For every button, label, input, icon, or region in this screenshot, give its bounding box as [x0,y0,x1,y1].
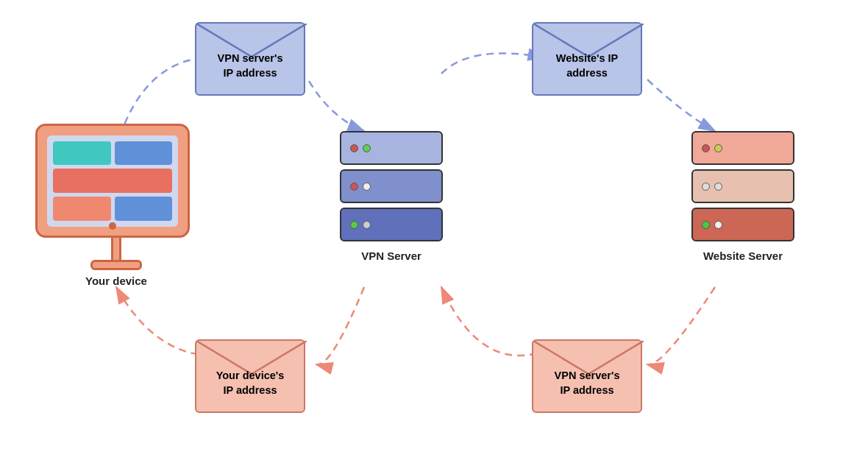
web-dot-white-3 [714,221,722,229]
monitor-screen [47,135,178,227]
vpn-dot-green-3 [350,221,358,229]
screen-tile-3 [53,197,111,221]
vpn-dot-red-1 [350,144,358,152]
screen-tile-1 [53,141,111,166]
vpn-server-ip-envelope-body: VPN server'sIP address [195,22,305,96]
website-server-unit-3 [691,208,794,241]
monitor-stand [111,238,121,260]
monitor-outer [35,124,190,238]
vpn-server-label: VPN Server [361,250,421,262]
monitor-base [90,260,142,270]
web-dot-grey-21 [702,183,710,191]
vpn-server-unit-2 [340,169,443,203]
monitor-dot [109,222,116,230]
website-server-label: Website Server [703,250,783,262]
device-container: Your device [35,124,197,271]
vpn-dot-green-1 [363,144,371,152]
device-ip-label: Your device'sIP address [216,369,285,397]
vpn-server-unit-1 [340,131,443,165]
website-ip-label: Website's IP address [541,52,633,80]
web-dot-red-1 [702,144,710,152]
vpn-server-unit-3 [340,208,443,241]
screen-tile-4 [115,197,173,221]
website-ip-envelope-body: Website's IP address [532,22,642,96]
vpn-server-ip-envelope-top: VPN server'sIP address [191,16,309,101]
vpn-server-ip-envelope-bottom: VPN server'sIP address [528,333,646,418]
web-dot-yellow-1 [714,144,722,152]
web-dot-grey-22 [714,183,722,191]
vpn-server-ip-envelope-body2: VPN server'sIP address [532,339,642,413]
website-server-unit-2 [691,169,794,203]
website-ip-envelope-top: Website's IP address [528,16,646,101]
vpn-server-rack: VPN Server [340,131,443,241]
vpn-server-ip-label: VPN server'sIP address [218,52,283,80]
screen-tile-2 [115,141,173,166]
screen-tile-wide [53,169,172,193]
website-server-unit-1 [691,131,794,165]
web-dot-green-3 [702,221,710,229]
vpn-dot-red-2 [350,183,358,191]
device-ip-envelope-body: Your device'sIP address [195,339,305,413]
vpn-dot-grey-3 [363,221,371,229]
vpn-server-ip-label2: VPN server'sIP address [555,369,620,397]
diagram: Your device VPN server'sIP address Websi… [0,0,868,463]
vpn-dot-white-2 [363,183,371,191]
website-server-rack: Website Server [691,131,794,241]
device-ip-envelope-bottom: Your device'sIP address [191,333,309,418]
device-label: Your device [35,275,197,287]
